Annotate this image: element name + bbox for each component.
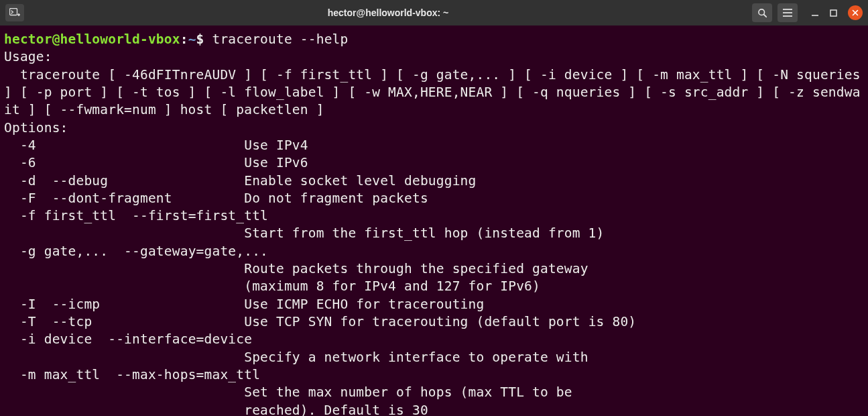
svg-rect-0 [10, 9, 17, 15]
output-line: Set the max number of hops (max TTL to b… [4, 384, 572, 400]
new-tab-button[interactable] [5, 4, 24, 21]
output-line: reached). Default is 30 [4, 403, 428, 416]
output-line: -i device --interface=device [4, 331, 252, 347]
hamburger-icon [783, 9, 792, 17]
output-line: -4 Use IPv4 [4, 138, 308, 153]
output-line: (maximum 8 for IPv4 and 127 for IPv6) [4, 278, 540, 294]
window-title: hector@helloworld-vbox: ~ [24, 7, 752, 18]
window-titlebar: hector@helloworld-vbox: ~ [0, 0, 868, 25]
svg-line-4 [763, 14, 766, 17]
prompt-path: ~ [188, 32, 196, 47]
output-line: -T --tcp Use TCP SYN for tracerouting (d… [4, 314, 636, 329]
command-input: traceroute --help [212, 32, 348, 47]
output-line: -6 Use IPv6 [4, 155, 308, 170]
output-line: Usage: [4, 49, 52, 64]
output-line: Route packets through the specified gate… [4, 261, 588, 276]
close-icon [852, 9, 859, 16]
maximize-button[interactable] [830, 9, 837, 17]
search-button[interactable] [752, 3, 772, 22]
output-line: -f first_ttl --first=first_ttl [4, 208, 268, 223]
prompt-colon: : [180, 32, 188, 47]
output-line: -d --debug Enable socket level debugging [4, 173, 476, 189]
output-line: -g gate,... --gateway=gate,... [4, 244, 268, 259]
close-button[interactable] [848, 5, 863, 20]
maximize-icon [830, 9, 837, 17]
minimize-button[interactable] [811, 9, 819, 17]
svg-rect-9 [830, 10, 836, 16]
prompt-symbol: $ [196, 32, 212, 47]
output-line: traceroute [ -46dFITnreAUDV ] [ -f first… [4, 67, 868, 118]
output-line: Options: [4, 120, 68, 136]
terminal-plus-icon [9, 8, 20, 17]
search-icon [757, 8, 767, 18]
output-line: Start from the first_ttl hop (instead fr… [4, 225, 605, 241]
minimize-icon [811, 9, 819, 17]
menu-button[interactable] [778, 3, 798, 22]
output-line: -F --dont-fragment Do not fragment packe… [4, 191, 428, 206]
terminal-output-area[interactable]: hector@helloworld-vbox:~$ traceroute --h… [0, 25, 868, 416]
prompt-user-host: hector@helloworld-vbox [4, 32, 180, 47]
output-line: -m max_ttl --max-hops=max_ttl [4, 367, 260, 382]
output-line: -I --icmp Use ICMP ECHO for tracerouting [4, 297, 484, 312]
output-line: Specify a network interface to operate w… [4, 350, 588, 365]
